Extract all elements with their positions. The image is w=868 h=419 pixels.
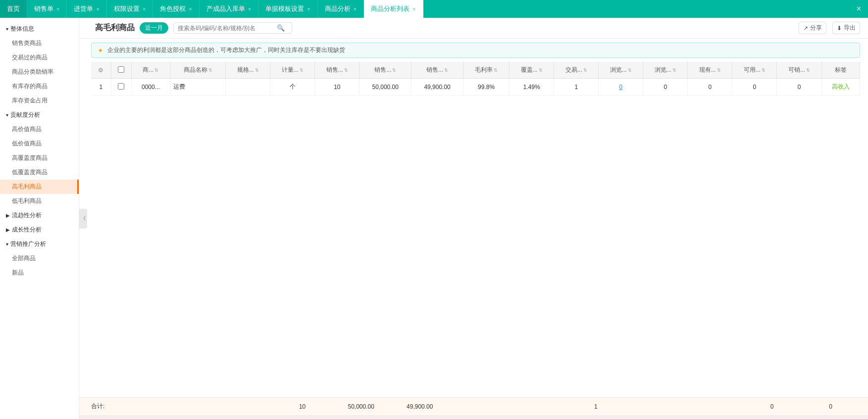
row-views1[interactable]: 0 — [599, 79, 643, 95]
sidebar-group-marketing-analysis[interactable]: ▾ 营销推广分析 — [0, 237, 79, 251]
sort-spec-icon[interactable]: ⇅ — [255, 68, 259, 73]
nav-product-analysis-list[interactable]: 商品分析列表 × — [364, 0, 423, 18]
nav-permission-settings[interactable]: 权限设置 × — [107, 0, 153, 18]
row-select-checkbox[interactable] — [118, 83, 124, 90]
nav-sales-order[interactable]: 销售单 × — [27, 0, 67, 18]
sidebar-group-overall-info[interactable]: ▾ 整体信息 — [0, 22, 79, 36]
col-coverage[interactable]: 覆盖...⇅ — [510, 62, 554, 79]
close-purchase-order-icon[interactable]: × — [96, 6, 99, 12]
col-sales-cost[interactable]: 销售...⇅ — [411, 62, 463, 79]
col-views1[interactable]: 浏览...⇅ — [599, 62, 643, 79]
col-sales-qty[interactable]: 销售...⇅ — [315, 62, 359, 79]
sidebar-item-low-margin[interactable]: 低毛利商品 — [0, 194, 79, 208]
sidebar-item-sales-goods[interactable]: 销售类商品 — [0, 36, 79, 50]
nav-product-analysis[interactable]: 商品分析 × — [318, 0, 364, 18]
close-product-analysis-list-icon[interactable]: × — [412, 6, 415, 12]
sidebar-group-contribution-analysis[interactable]: ▾ 贡献度分析 — [0, 108, 79, 122]
footer-sales-cost: 49,900.00 — [390, 403, 449, 410]
sidebar-item-category-sales-rate[interactable]: 商品分类助销率 — [0, 65, 79, 79]
filter-recent-month-button[interactable]: 近一月 — [140, 22, 168, 34]
sort-gross-margin-icon[interactable]: ⇅ — [494, 68, 498, 73]
col-code[interactable]: 商...⇅ — [131, 62, 170, 79]
sidebar-item-low-value[interactable]: 低价值商品 — [0, 137, 79, 151]
sidebar-item-traded-goods[interactable]: 交易过的商品 — [0, 50, 79, 65]
info-banner: ✦ 企业的主要的利润都是这部分商品创造的，可考虑加大推广，同时关注库存是不要出现… — [91, 43, 860, 58]
sidebar-group-growth-analysis[interactable]: ▶ 成长性分析 — [0, 223, 79, 237]
sidebar-item-low-coverage[interactable]: 低覆盖度商品 — [0, 165, 79, 180]
footer-available-stock: 0 — [801, 403, 860, 410]
export-icon: ⬇ — [837, 25, 842, 32]
sidebar-collapse-button[interactable]: 《 — [79, 209, 87, 229]
row-available-stock: 0 — [732, 79, 777, 95]
sort-code-icon[interactable]: ⇅ — [154, 68, 158, 73]
expand-contribution-icon: ▾ — [6, 112, 8, 118]
table-wrapper: ⚙ 商...⇅ 商品名称⇅ 规格...⇅ 计量...⇅ 销售...⇅ 销售...… — [79, 58, 868, 397]
col-current-stock[interactable]: 现有...⇅ — [688, 62, 732, 79]
sort-transactions-icon[interactable]: ⇅ — [583, 68, 587, 73]
export-button[interactable]: ⬇ 导出 — [832, 22, 860, 34]
settings-icon[interactable]: ⚙ — [94, 67, 108, 74]
close-product-instock-icon[interactable]: × — [248, 6, 251, 12]
col-transactions[interactable]: 交易...⇅ — [554, 62, 599, 79]
sort-sales-amt-icon[interactable]: ⇅ — [392, 68, 396, 73]
col-settings[interactable]: ⚙ — [91, 62, 111, 79]
close-permission-settings-icon[interactable]: × — [143, 6, 146, 12]
close-template-settings-icon[interactable]: × — [307, 6, 310, 12]
nav-purchase-order[interactable]: 进货单 × — [67, 0, 106, 18]
close-role-auth-icon[interactable]: × — [189, 6, 192, 12]
footer-spacer3 — [625, 403, 684, 410]
sidebar-item-stock-capital[interactable]: 库存资金占用 — [0, 93, 79, 108]
sidebar-group-trend-analysis[interactable]: ▶ 流趋性分析 — [0, 208, 79, 223]
col-name[interactable]: 商品名称⇅ — [170, 62, 226, 79]
nav-home[interactable]: 首页 — [0, 0, 27, 18]
close-all-tabs-button[interactable]: × — [850, 4, 868, 13]
sort-views1-icon[interactable]: ⇅ — [628, 68, 632, 73]
sort-sellable-icon[interactable]: ⇅ — [806, 68, 810, 73]
share-button[interactable]: ↗ 分享 — [799, 22, 826, 34]
col-views2[interactable]: 浏览...⇅ — [643, 62, 688, 79]
sort-current-stock-icon[interactable]: ⇅ — [717, 68, 721, 73]
sidebar-item-high-coverage[interactable]: 高覆盖度商品 — [0, 151, 79, 165]
sort-sales-cost-icon[interactable]: ⇅ — [444, 68, 448, 73]
search-input[interactable] — [178, 25, 277, 32]
nav-template-settings[interactable]: 单据模板设置 × — [258, 0, 317, 18]
content-header: 高毛利商品 近一月 🔍 ↗ 分享 ⬇ 导出 — [79, 18, 868, 39]
sort-available-stock-icon[interactable]: ⇅ — [762, 68, 766, 73]
main-layout: ▾ 整体信息 销售类商品 交易过的商品 商品分类助销率 有库存的商品 库存资金占… — [0, 18, 868, 419]
sidebar-item-new-goods[interactable]: 新品 — [0, 266, 79, 280]
sort-coverage-icon[interactable]: ⇅ — [539, 68, 543, 73]
footer-spacer1 — [449, 403, 508, 410]
nav-product-instock[interactable]: 产成品入库单 × — [200, 0, 258, 18]
col-spec[interactable]: 规格...⇅ — [226, 62, 270, 79]
data-table: ⚙ 商...⇅ 商品名称⇅ 规格...⇅ 计量...⇅ 销售...⇅ 销售...… — [91, 62, 860, 95]
row-coverage: 1.49% — [510, 79, 554, 95]
row-unit: 个 — [270, 79, 315, 95]
sort-views2-icon[interactable]: ⇅ — [672, 68, 676, 73]
col-available-stock[interactable]: 可用...⇅ — [732, 62, 777, 79]
sort-sales-qty-icon[interactable]: ⇅ — [344, 68, 348, 73]
col-tag[interactable]: 标签 — [821, 62, 860, 79]
select-all-checkbox[interactable] — [118, 66, 124, 73]
col-gross-margin[interactable]: 毛利率⇅ — [463, 62, 510, 79]
bottom-scrollbar[interactable] — [79, 415, 868, 419]
nav-role-auth[interactable]: 角色授权 × — [153, 0, 199, 18]
footer-transactions: 1 — [566, 403, 625, 410]
expand-trend-icon: ▶ — [6, 213, 10, 218]
sidebar-item-high-margin[interactable]: 高毛利商品 — [0, 180, 79, 194]
row-tag: 高收入 — [821, 79, 860, 95]
search-icon[interactable]: 🔍 — [277, 24, 285, 32]
col-sellable[interactable]: 可销...⇅ — [777, 62, 821, 79]
row-checkbox[interactable] — [111, 79, 131, 95]
col-unit[interactable]: 计量...⇅ — [270, 62, 315, 79]
page-title: 高毛利商品 — [95, 23, 135, 33]
sidebar-item-in-stock-goods[interactable]: 有库存的商品 — [0, 79, 79, 93]
close-product-analysis-icon[interactable]: × — [354, 6, 357, 12]
sidebar-item-high-value[interactable]: 高价值商品 — [0, 122, 79, 137]
col-checkbox[interactable] — [111, 62, 131, 79]
close-sales-order-icon[interactable]: × — [56, 6, 59, 12]
sidebar-item-all-goods[interactable]: 全部商品 — [0, 251, 79, 266]
row-spec — [226, 79, 270, 95]
sort-name-icon[interactable]: ⇅ — [208, 68, 212, 73]
col-sales-amt[interactable]: 销售...⇅ — [359, 62, 411, 79]
sort-unit-icon[interactable]: ⇅ — [300, 68, 304, 73]
